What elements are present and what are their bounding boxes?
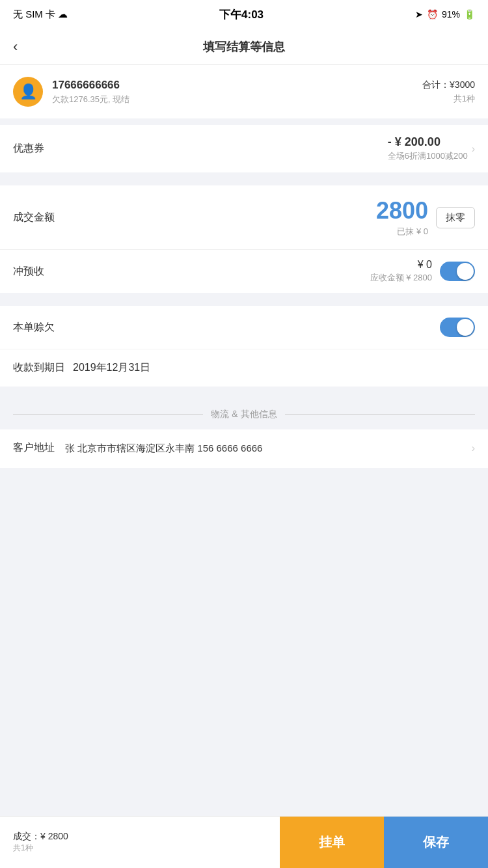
customer-card: 👤 17666666666 欠款1276.35元, 现结 合计：¥3000 共1… xyxy=(0,65,488,118)
status-left: 无 SIM 卡 ☁ xyxy=(13,8,68,21)
total-label: 合计：¥3000 xyxy=(422,79,475,91)
alarm-icon: ⏰ xyxy=(427,9,438,20)
save-button[interactable]: 保存 xyxy=(384,817,488,869)
bottom-count: 共1种 xyxy=(13,843,267,854)
sim-status: 无 SIM 卡 ☁ xyxy=(13,8,68,21)
main-content: 👤 17666666666 欠款1276.35元, 现结 合计：¥3000 共1… xyxy=(0,65,488,520)
section-gap-2 xyxy=(0,293,488,299)
prepay-row: 冲预收 ¥ 0 应收金额 ¥ 2800 xyxy=(0,249,488,293)
customer-sub-info: 欠款1276.35元, 现结 xyxy=(52,94,129,105)
total-count: 共1种 xyxy=(422,93,475,105)
address-chevron-icon: › xyxy=(472,442,475,454)
toggle-circle-2 xyxy=(457,319,474,336)
credit-toggle[interactable] xyxy=(440,318,475,337)
pending-button[interactable]: 挂单 xyxy=(280,817,384,869)
credit-row: 本单赊欠 xyxy=(0,306,488,349)
address-content: 张 北京市市辖区海淀区永丰南 156 6666 6666 xyxy=(65,441,472,456)
due-row: 收款到期日 2019年12月31日 xyxy=(0,349,488,387)
status-right: ➤ ⏰ 91% 🔋 xyxy=(415,9,475,20)
credit-section: 本单赊欠 xyxy=(0,306,488,349)
prepay-toggle[interactable] xyxy=(440,262,475,281)
battery-icon: 🔋 xyxy=(464,9,475,20)
coupon-right: - ¥ 200.00 全场6折满1000减200 › xyxy=(388,135,475,162)
address-row[interactable]: 客户地址 张 北京市市辖区海淀区永丰南 156 6666 6666 › xyxy=(0,429,488,468)
prepay-label: 冲预收 xyxy=(13,265,44,278)
status-time: 下午4:03 xyxy=(219,7,264,22)
round-zero-button[interactable]: 抹零 xyxy=(436,207,475,228)
amount-right: 2800 已抹 ¥ 0 抹零 xyxy=(376,197,475,237)
address-section: 客户地址 张 北京市市辖区海淀区永丰南 156 6666 6666 › xyxy=(0,429,488,468)
amount-value: 2800 xyxy=(376,197,428,224)
amount-section: 成交金额 2800 已抹 ¥ 0 抹零 冲预收 ¥ 0 应收金额 ¥ 2800 xyxy=(0,185,488,293)
logistics-text: 物流 & 其他信息 xyxy=(211,409,277,420)
amount-label: 成交金额 xyxy=(13,211,55,224)
divider-line-right xyxy=(285,414,475,415)
prepay-value: ¥ 0 xyxy=(370,259,432,271)
coupon-discount-wrapper: - ¥ 200.00 全场6折满1000减200 xyxy=(388,135,468,162)
nav-bar: ‹ 填写结算等信息 xyxy=(0,29,488,65)
customer-right: 合计：¥3000 共1种 xyxy=(422,79,475,105)
logistics-divider: 物流 & 其他信息 xyxy=(13,409,475,420)
divider-line-left xyxy=(13,414,203,415)
section-gap-3 xyxy=(0,387,488,393)
status-bar: 无 SIM 卡 ☁ 下午4:03 ➤ ⏰ 91% 🔋 xyxy=(0,0,488,29)
coupon-discount: - ¥ 200.00 xyxy=(388,135,468,149)
back-button[interactable]: ‹ xyxy=(13,38,18,55)
avatar: 👤 xyxy=(13,77,43,107)
coupon-row[interactable]: 优惠券 - ¥ 200.00 全场6折满1000减200 › xyxy=(0,125,488,172)
bottom-summary: 成交：¥ 2800 共1种 xyxy=(0,831,280,854)
amount-row: 成交金额 2800 已抹 ¥ 0 抹零 xyxy=(0,185,488,249)
due-section: 收款到期日 2019年12月31日 xyxy=(0,349,488,387)
coupon-description: 全场6折满1000减200 xyxy=(388,150,468,162)
footer-spacer xyxy=(0,468,488,520)
battery-status: 91% xyxy=(442,9,460,20)
customer-left: 👤 17666666666 欠款1276.35元, 现结 xyxy=(13,77,129,107)
bottom-bar: 成交：¥ 2800 共1种 挂单 保存 xyxy=(0,816,488,868)
credit-label: 本单赊欠 xyxy=(13,321,55,334)
coupon-chevron-icon: › xyxy=(472,143,475,155)
prepay-sub-text: 应收金额 ¥ 2800 xyxy=(370,272,432,284)
toggle-circle xyxy=(457,263,474,280)
location-icon: ➤ xyxy=(415,9,423,20)
amount-value-wrapper: 2800 已抹 ¥ 0 xyxy=(376,197,428,237)
bottom-deal-label: 成交：¥ 2800 xyxy=(13,831,267,843)
customer-info: 17666666666 欠款1276.35元, 现结 xyxy=(52,79,129,105)
address-label: 客户地址 xyxy=(13,441,65,455)
due-label: 收款到期日 xyxy=(13,361,65,375)
page-title: 填写结算等信息 xyxy=(203,39,285,55)
section-gap-1 xyxy=(0,179,488,185)
customer-phone: 17666666666 xyxy=(52,79,129,92)
logistics-section: 物流 & 其他信息 xyxy=(0,400,488,429)
due-date-value: 2019年12月31日 xyxy=(73,361,150,375)
prepay-right: ¥ 0 应收金额 ¥ 2800 xyxy=(370,259,475,284)
coupon-label: 优惠券 xyxy=(13,142,44,156)
amount-sub-text: 已抹 ¥ 0 xyxy=(376,226,428,237)
prepay-amount: ¥ 0 应收金额 ¥ 2800 xyxy=(370,259,432,284)
